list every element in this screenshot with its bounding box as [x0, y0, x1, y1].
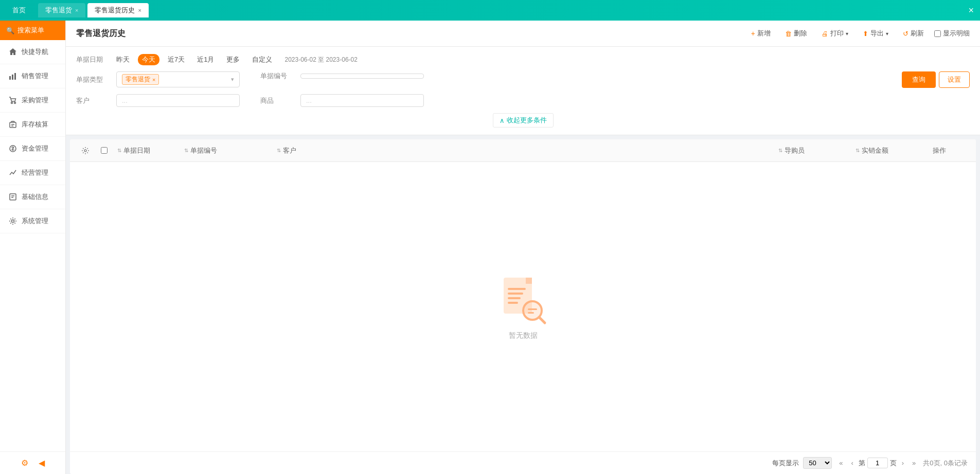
- date-btn-1month[interactable]: 近1月: [193, 54, 218, 65]
- svg-rect-13: [508, 293, 523, 295]
- finance-icon: [8, 144, 17, 153]
- window-close-button[interactable]: ×: [968, 5, 974, 16]
- top-bar: 首页 零售退货 × 零售退货历史 × ×: [0, 0, 980, 21]
- next-page-button[interactable]: ›: [899, 458, 907, 468]
- print-icon: 🖨: [822, 30, 828, 38]
- date-range-display: 2023-06-02 至 2023-06-02: [284, 56, 357, 64]
- svg-point-4: [14, 102, 16, 104]
- purchase-icon: [8, 96, 17, 105]
- sidebar-item-basic-info[interactable]: 基础信息: [0, 185, 65, 209]
- col-header-guide[interactable]: ⇅ 导购员: [774, 146, 851, 155]
- sidebar-item-quick-nav[interactable]: 快捷导航: [0, 40, 65, 64]
- tab-retail-return-history[interactable]: 零售退货历史 ×: [87, 3, 148, 17]
- tab-close-history[interactable]: ×: [138, 7, 141, 13]
- sort-icon-3: ⇅: [277, 148, 281, 153]
- print-dropdown-icon: ▾: [846, 31, 848, 37]
- svg-line-17: [539, 317, 545, 323]
- svg-rect-7: [10, 194, 16, 200]
- home-tab[interactable]: 首页: [6, 6, 32, 15]
- page-nav: « ‹ 第 页 › »: [836, 458, 919, 468]
- sidebar-footer: ⚙ ◀: [0, 451, 65, 474]
- display-detail-checkbox[interactable]: [934, 30, 941, 37]
- table-header: ⇅ 单据日期 ⇅ 单据编号 ⇅ 客户 ⇅ 导购员 ⇅ 实销金额: [70, 139, 976, 162]
- prev-page-button[interactable]: ‹: [848, 458, 856, 468]
- col-header-amount[interactable]: ⇅ 实销金额: [851, 146, 929, 155]
- type-filter-tag: 零售退货 ×: [122, 74, 159, 85]
- first-page-button[interactable]: «: [836, 458, 846, 468]
- page-number-input[interactable]: [867, 458, 888, 468]
- main-layout: 🔍 搜索菜单 快捷导航 销售管理 采购管理 库存核算: [0, 21, 980, 474]
- sidebar-item-system[interactable]: 系统管理: [0, 209, 65, 233]
- date-btn-7days[interactable]: 近7天: [164, 54, 189, 65]
- date-btn-custom[interactable]: 自定义: [248, 54, 276, 65]
- content-area: 零售退货历史 + 新增 🗑 删除 🖨 打印 ▾ ⬆ 导出 ▾: [66, 21, 980, 474]
- col-header-date[interactable]: ⇅ 单据日期: [113, 146, 180, 155]
- goods-placeholder: ...: [306, 97, 312, 104]
- filter-type-group: 单据类型 零售退货 × ▾: [76, 71, 240, 87]
- collapse-button[interactable]: ∧ 收起更多条件: [493, 113, 554, 127]
- refresh-button[interactable]: ↺ 刷新: [899, 27, 928, 40]
- svg-point-9: [84, 150, 86, 152]
- page-label: 第: [859, 459, 865, 468]
- sidebar-item-sales[interactable]: 销售管理: [0, 64, 65, 88]
- select-dropdown-icon: ▾: [231, 76, 234, 83]
- svg-point-8: [12, 220, 14, 223]
- settings-button[interactable]: 设置: [939, 71, 970, 88]
- filter-area: 单据日期 昨天 今天 近7天 近1月 更多 自定义 2023-06-02 至 2…: [66, 47, 980, 135]
- column-settings-button[interactable]: [76, 147, 95, 155]
- date-filter-options: 昨天 今天 近7天 近1月 更多 自定义 2023-06-02 至 2023-0…: [112, 54, 358, 65]
- number-filter-input[interactable]: [300, 74, 424, 79]
- select-all-checkbox[interactable]: [95, 147, 113, 154]
- col-header-customer[interactable]: ⇅ 客户: [273, 146, 774, 155]
- empty-illustration: [497, 274, 549, 325]
- page-of-label: 页: [890, 459, 897, 468]
- collapse-up-icon: ∧: [500, 117, 505, 124]
- tab-close-retail-return[interactable]: ×: [75, 7, 78, 13]
- filter-goods-group: 商品 ...: [260, 94, 424, 107]
- last-page-button[interactable]: »: [909, 458, 919, 468]
- tag-close-icon[interactable]: ×: [152, 77, 155, 83]
- sidebar-item-operations[interactable]: 经营管理: [0, 161, 65, 185]
- query-button[interactable]: 查询: [902, 71, 936, 88]
- operations-icon: [8, 168, 17, 177]
- sales-icon: [8, 71, 17, 81]
- svg-rect-15: [508, 302, 518, 304]
- goods-filter-input[interactable]: ...: [300, 94, 424, 107]
- date-btn-yesterday[interactable]: 昨天: [112, 54, 134, 65]
- delete-button[interactable]: 🗑 删除: [781, 27, 811, 40]
- sidebar: 🔍 搜索菜单 快捷导航 销售管理 采购管理 库存核算: [0, 21, 66, 474]
- add-button[interactable]: + 新增: [747, 27, 775, 40]
- settings-footer-icon[interactable]: ⚙: [21, 458, 28, 468]
- export-dropdown-icon: ▾: [886, 31, 888, 37]
- basic-info-icon: [8, 192, 17, 202]
- col-header-number[interactable]: ⇅ 单据编号: [180, 146, 273, 155]
- empty-text: 暂无数据: [509, 331, 538, 340]
- date-btn-today[interactable]: 今天: [138, 54, 159, 65]
- sidebar-search[interactable]: 🔍 搜索菜单: [0, 21, 65, 40]
- filter-extra-row: 客户 ... 商品 ...: [76, 94, 970, 107]
- customer-filter-label: 客户: [76, 96, 112, 105]
- print-button[interactable]: 🖨 打印 ▾: [817, 27, 852, 40]
- type-filter-select[interactable]: 零售退货 × ▾: [116, 71, 240, 87]
- page-size-select[interactable]: 50 100 200: [803, 457, 832, 469]
- collapse-sidebar-icon[interactable]: ◀: [39, 458, 45, 468]
- sidebar-item-purchase[interactable]: 采购管理: [0, 88, 65, 113]
- sidebar-item-finance[interactable]: 资金管理: [0, 137, 65, 161]
- toolbar: + 新增 🗑 删除 🖨 打印 ▾ ⬆ 导出 ▾ ↺ 刷新: [747, 27, 970, 40]
- date-btn-more[interactable]: 更多: [222, 54, 244, 65]
- tab-retail-return[interactable]: 零售退货 ×: [38, 3, 85, 17]
- page-size-label: 每页显示: [772, 459, 799, 468]
- table-container: ⇅ 单据日期 ⇅ 单据编号 ⇅ 客户 ⇅ 导购员 ⇅ 实销金额: [70, 139, 976, 474]
- filter-date-row: 单据日期 昨天 今天 近7天 近1月 更多 自定义 2023-06-02 至 2…: [76, 54, 970, 65]
- display-detail-toggle[interactable]: 显示明细: [934, 29, 970, 38]
- sort-icon: ⇅: [117, 148, 121, 153]
- filter-type-row: 单据类型 零售退货 × ▾ 单据编号 查询: [76, 71, 970, 88]
- customer-filter-input[interactable]: ...: [116, 94, 240, 107]
- svg-rect-5: [10, 122, 16, 127]
- export-button[interactable]: ⬆ 导出 ▾: [859, 27, 893, 40]
- action-buttons: 查询 设置: [902, 71, 970, 88]
- svg-rect-1: [12, 75, 13, 80]
- page-header: 零售退货历史 + 新增 🗑 删除 🖨 打印 ▾ ⬆ 导出 ▾: [66, 21, 980, 47]
- export-icon: ⬆: [863, 30, 868, 38]
- sidebar-item-inventory[interactable]: 库存核算: [0, 113, 65, 137]
